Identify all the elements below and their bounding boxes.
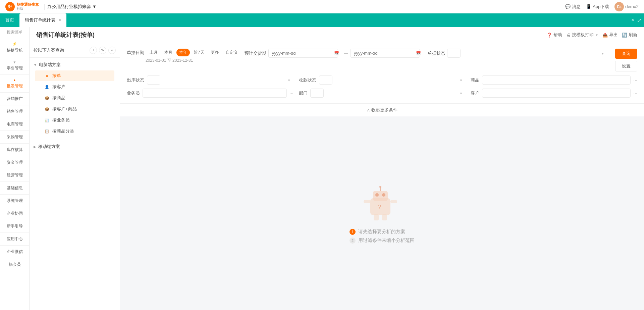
sidebar-item-app-center[interactable]: 应用中心 [0, 233, 29, 246]
sidebar-item-quick-nav[interactable]: ⚡ 快捷导航 [0, 38, 29, 57]
app-center-label: 应用中心 [7, 236, 23, 242]
scheme-item-by-customer-product[interactable]: 📦 按客户+商品 [35, 104, 114, 114]
app-download-button[interactable]: 📱 App下载 [586, 4, 609, 10]
help-label: 帮助 [553, 32, 562, 38]
salesperson-item: 业务员 ··· [127, 89, 293, 98]
query-button[interactable]: 查询 [615, 49, 637, 59]
user-profile[interactable]: Ea demo2 [614, 2, 639, 11]
sidebar-item-ecommerce[interactable]: 电商管理 [0, 118, 29, 131]
date-tab-last-month[interactable]: 上月 [147, 49, 160, 56]
expected-date-end-input[interactable] [350, 49, 420, 58]
print-arrow: ▼ [595, 33, 598, 37]
order-status-select[interactable] [447, 49, 461, 58]
help-button[interactable]: ❓ 帮助 [547, 32, 562, 38]
sidebar-item-operations[interactable]: 经营管理 [0, 169, 29, 182]
print-icon: 🖨 [566, 33, 571, 38]
scheme-icon-by-category: 📋 [44, 128, 50, 134]
sidebar-item-purchase[interactable]: 采购管理 [0, 131, 29, 144]
department-select[interactable] [310, 89, 324, 98]
order-status-label: 单据状态 [428, 50, 445, 56]
product-label: 商品 [471, 77, 479, 83]
date-tab-custom[interactable]: 自定义 [223, 49, 240, 56]
salesperson-input[interactable] [143, 89, 287, 98]
payment-status-select[interactable] [319, 75, 332, 85]
collapse-icon: « [111, 48, 113, 53]
payment-status-select-wrap: ▼ [319, 75, 466, 85]
customer-input[interactable] [482, 89, 631, 98]
sidebar-item-member[interactable]: 畅会员 [0, 258, 29, 271]
edit-icon: ✎ [101, 48, 104, 53]
scheme-category-toggle-mobile[interactable]: ▶ 移动端方案 [34, 142, 116, 151]
retail-arrow: ▼ [13, 60, 16, 64]
sidebar-item-finance[interactable]: 资金管理 [0, 156, 29, 169]
salesperson-more-icon[interactable]: ··· [289, 91, 293, 96]
sidebar-item-retail[interactable]: ▼ 零售管理 [0, 57, 29, 75]
scheme-item-by-customer[interactable]: 👤 按客户 [35, 82, 114, 92]
svg-rect-7 [390, 200, 397, 203]
scheme-list-desktop: ● 按单 👤 按客户 📦 按商品 📦 按客 [34, 70, 116, 137]
department-label: 部门 [299, 90, 308, 96]
scheme-collapse-button[interactable]: « [108, 47, 116, 54]
refresh-button[interactable]: 🔄 刷新 [622, 32, 637, 38]
window-maximize-button[interactable]: ⤢ [637, 17, 641, 23]
scheme-item-by-salesperson[interactable]: 📊 按业务员 [35, 115, 114, 125]
date-range-text: 2023-01-01 至 2023-12-31 [146, 58, 193, 63]
top-bar-right: 💬 消息 📱 App下载 Ea demo2 [565, 2, 639, 11]
sidebar-item-wholesale[interactable]: ▲ 批发管理 [0, 75, 29, 93]
date-tab-this-year[interactable]: 本年 [176, 49, 190, 56]
sidebar-item-marketing[interactable]: 营销推广 [0, 93, 29, 105]
scheme-category-toggle-desktop[interactable]: ▼ 电脑端方案 [34, 60, 116, 69]
settings-button[interactable]: 设置 [615, 61, 637, 71]
scheme-icon-by-customer: 👤 [44, 84, 50, 90]
scheme-item-by-product[interactable]: 📦 按商品 [35, 93, 114, 103]
tab-sales-order-stats[interactable]: 销售订单统计表 × [19, 13, 66, 27]
sidebar-item-enterprise[interactable]: 企业协同 [0, 207, 29, 220]
scheme-add-button[interactable]: + [90, 47, 97, 54]
scheme-edit-button[interactable]: ✎ [99, 47, 106, 54]
tab-close-button[interactable]: × [59, 18, 61, 22]
collapse-bar[interactable]: ∧ 收起更多条件 [120, 103, 644, 116]
user-avatar: Ea [614, 2, 624, 11]
product-more-icon[interactable]: ··· [633, 78, 637, 83]
date-tab-this-month[interactable]: 本月 [162, 49, 175, 56]
customer-more-icon[interactable]: ··· [633, 91, 637, 96]
add-icon: + [92, 48, 94, 53]
scheme-item-by-order[interactable]: ● 按单 [35, 70, 114, 81]
scheme-item-by-category[interactable]: 📋 按商品分类 [35, 126, 114, 137]
print-button[interactable]: 🖨 按模板打印 ▼ [566, 32, 598, 38]
tab-home[interactable]: 首页 [0, 13, 19, 27]
expected-date-start-input[interactable] [268, 49, 338, 58]
sidebar-item-inventory[interactable]: 库存核算 [0, 144, 29, 156]
date-tab-last-7-days[interactable]: 近7天 [191, 49, 207, 56]
ship-status-select[interactable] [147, 75, 160, 85]
basic-label: 基础信息 [7, 185, 23, 191]
wechat-label: 企业微信 [7, 249, 23, 255]
user-avatar-text: Ea [617, 5, 622, 9]
message-button[interactable]: 💬 消息 [565, 4, 581, 10]
sidebar-item-sales[interactable]: 销售管理 [0, 105, 29, 118]
inventory-label: 库存核算 [7, 147, 23, 153]
window-close-button[interactable]: × [631, 17, 634, 23]
main-layout: 搜索菜单 ⚡ 快捷导航 ▼ 零售管理 ▲ 批发管理 营销推广 销售管理 电商管理… [0, 27, 644, 310]
sidebar-search-area[interactable]: 搜索菜单 [0, 27, 29, 38]
scheme-icon-by-salesperson: 📊 [44, 117, 50, 123]
product-input[interactable] [482, 75, 631, 85]
export-button[interactable]: 📤 导出 [602, 32, 618, 38]
empty-state: ? 1 请先选择要分析的方案 2 用过滤条件来缩小分析范围 [120, 116, 644, 310]
scheme-icon-by-product: 📦 [44, 95, 50, 101]
svg-point-5 [379, 186, 381, 188]
page-actions: ❓ 帮助 🖨 按模板打印 ▼ 📤 导出 🔄 刷新 [547, 32, 637, 38]
date-tab-more[interactable]: 更多 [208, 49, 222, 56]
sidebar-item-system[interactable]: 系统管理 [0, 195, 29, 207]
app-selector[interactable]: 办公用品行业模拟账套 ▼ [44, 4, 99, 10]
scheme-icon-by-order: ● [44, 73, 50, 79]
sidebar-item-newbie[interactable]: 新手引导 [0, 220, 29, 233]
message-label: 消息 [572, 4, 581, 10]
date-label: 单据日期 [127, 50, 144, 56]
scheme-panel-actions: + ✎ « [90, 47, 116, 54]
filter-panel: 单据日期 上月 本月 本年 近7天 更多 自定义 [120, 43, 644, 310]
download-icon: 📱 [586, 4, 591, 9]
tab-home-label: 首页 [5, 17, 14, 23]
sidebar-item-basic[interactable]: 基础信息 [0, 182, 29, 195]
sidebar-item-wechat[interactable]: 企业微信 [0, 246, 29, 258]
